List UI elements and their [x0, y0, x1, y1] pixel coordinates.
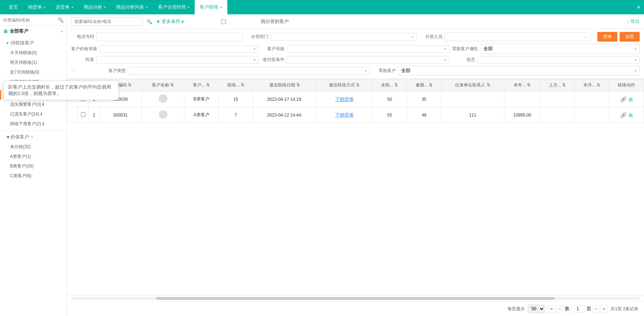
- sidebar-item-declining[interactable]: 持续下滑客户(2) ℹ: [0, 119, 66, 129]
- sidebar-item-7days[interactable]: 近7天待联络(0): [0, 67, 66, 77]
- filter-dots-field: ···: [71, 67, 100, 74]
- sidebar-item-classA[interactable]: A类客户(1): [0, 152, 66, 161]
- more-conditions-btn[interactable]: ▼ 更多条件 ▾: [156, 18, 184, 25]
- nav-close-customer-mgmt[interactable]: ×: [187, 5, 190, 9]
- nav-item-home[interactable]: 首页: [4, 0, 23, 14]
- avatar-2: [159, 110, 167, 119]
- arrow-icon-2: ▼: [6, 135, 10, 140]
- cell-overdue-2: 48: [407, 107, 441, 123]
- sidebar-item-ungroup[interactable]: 未分组(32): [0, 142, 66, 152]
- export-button[interactable]: ↑ 导出: [627, 18, 640, 25]
- sidebar-search-input[interactable]: [3, 18, 58, 23]
- col-header-contact-person[interactable]: 往来单位联系人 ⇅: [441, 79, 504, 91]
- cell-idx-2: 2: [89, 107, 99, 123]
- last-method-link-2[interactable]: 下销货单: [335, 112, 354, 118]
- retail-customer-select[interactable]: 全部 ▾: [398, 66, 640, 76]
- filter-customer-type: 客户类型 ▾: [103, 67, 370, 75]
- last-method-link-1[interactable]: 下销货单: [335, 96, 354, 102]
- first-page-btn[interactable]: «: [548, 305, 555, 312]
- table-area: ⚙ 客户编码 ⇅ 客户名称 ⇅ 客户... ⇅ 联络... ⇅ 最后联络日期 ⇅…: [67, 79, 644, 295]
- sidebar-value-title[interactable]: ▼ 价值客户 ✎: [0, 132, 66, 142]
- cell-last-month-2: [540, 107, 575, 123]
- cell-last-date-2: 2023-04-12 14:44:: [253, 107, 316, 123]
- col-header-uncontacted[interactable]: 未联... ⇅: [372, 79, 407, 91]
- nav-item-analysis-list[interactable]: 商品分析列表 ×: [111, 0, 153, 14]
- next-page-btn[interactable]: ›: [593, 305, 599, 312]
- search-button[interactable]: 🔍: [147, 19, 152, 24]
- retail-attr-select[interactable]: 全部 ▾: [480, 44, 640, 54]
- cell-this-year-2: 10995.00: [504, 107, 540, 123]
- edit-icon[interactable]: ✎: [31, 135, 34, 140]
- scrollbar-thumb[interactable]: [156, 297, 554, 300]
- retail-customer-label: 零散客户: [373, 68, 398, 74]
- nav-close-analysis-list[interactable]: ×: [145, 5, 148, 9]
- col-header-overdue[interactable]: 逾期... ⇅: [407, 79, 441, 91]
- last-page-btn[interactable]: »: [601, 305, 608, 312]
- col-header-this-year[interactable]: 本年... ⇅: [504, 79, 540, 91]
- filter-btns: 查询 设置: [594, 32, 640, 42]
- filter-payment: 收付款条件 ▾: [261, 56, 449, 63]
- nav-item-customer-mgmt[interactable]: 客户分层经营 ×: [153, 0, 195, 14]
- col-header-type[interactable]: 客户... ⇅: [184, 79, 219, 91]
- payment-arrow-icon: ▾: [444, 58, 446, 62]
- settings-button[interactable]: 设置: [620, 32, 640, 42]
- person-select[interactable]: ···: [445, 32, 591, 41]
- customer-type-select[interactable]: ▾: [128, 67, 370, 75]
- nature-select[interactable]: ▾: [96, 56, 259, 63]
- sidebar-item-today[interactable]: 今天待联络(0): [0, 48, 66, 58]
- action-link-icon-2[interactable]: 🔗: [620, 112, 626, 118]
- sidebar-search-icon[interactable]: 🔍: [58, 17, 64, 23]
- sidebar-item-churn-warn[interactable]: 流失预警客户(3) ℹ: [0, 100, 66, 109]
- action-link-icon-1[interactable]: 🔗: [620, 96, 626, 102]
- nav-item-customer-contact[interactable]: 客户联络 ×: [195, 0, 227, 14]
- col-header-last-method[interactable]: 最后联络方式 ⇅: [316, 79, 372, 91]
- nav-item-purchase[interactable]: 进货单 ×: [51, 0, 78, 14]
- cell-last-method-2[interactable]: 下销货单: [316, 107, 372, 123]
- price-level-select[interactable]: ▾: [99, 45, 259, 53]
- dept-select[interactable]: ▾: [270, 33, 417, 41]
- sidebar-item-tomorrow[interactable]: 明天待联络(1): [0, 58, 66, 67]
- sidebar-item-classC[interactable]: C类客户(6): [0, 171, 66, 181]
- horizontal-scrollbar[interactable]: [67, 295, 644, 301]
- top-nav: 首页 销货单 × 进货单 × 商品分析 × 商品分析列表 × 客户分层经营 × …: [0, 0, 644, 14]
- sidebar-collapse-btn[interactable]: »: [61, 29, 63, 33]
- cell-check-2[interactable]: [78, 107, 89, 123]
- query-button[interactable]: 查询: [597, 32, 617, 42]
- row-checkbox-2[interactable]: [81, 112, 85, 117]
- sidebar-pending-title[interactable]: ▼ 待联络客户: [0, 38, 66, 48]
- sidebar-item-churned[interactable]: 已流失客户(24) ℹ: [0, 109, 66, 119]
- my-customers-checkbox[interactable]: [187, 19, 259, 24]
- customer-level-select[interactable]: ▾: [287, 45, 449, 53]
- retail-attr-arrow-icon: ▾: [635, 47, 636, 51]
- cell-name-1: [142, 91, 184, 107]
- prev-page-btn[interactable]: ‹: [557, 305, 563, 312]
- nav-close-customer-contact[interactable]: ×: [220, 5, 222, 9]
- nav-item-analysis[interactable]: 商品分析 ×: [79, 0, 111, 14]
- retail-attr-label: 零散客户属性: [452, 46, 480, 52]
- nav-close-purchase[interactable]: ×: [71, 5, 73, 9]
- col-header-contact[interactable]: 联络... ⇅: [218, 79, 253, 91]
- nav-close-analysis[interactable]: ×: [104, 5, 106, 9]
- col-header-this-month[interactable]: 本月... ⇅: [575, 79, 609, 91]
- payment-select[interactable]: ▾: [287, 56, 449, 63]
- action-qr-icon-1[interactable]: ⊞: [629, 96, 633, 102]
- nav-close-sales[interactable]: ×: [43, 5, 46, 9]
- sidebar-item-classB[interactable]: B类客户(33): [0, 161, 66, 171]
- cell-last-method-1[interactable]: 下销货单: [316, 91, 372, 107]
- close-all-button[interactable]: ×: [636, 4, 640, 11]
- more-dots-icon[interactable]: ···: [71, 67, 76, 74]
- search-input[interactable]: [71, 17, 143, 26]
- grid-icon: ⊞: [4, 29, 8, 34]
- my-customers-checkbox-label[interactable]: 我分管的客户: [187, 18, 289, 25]
- cell-last-month-1: [540, 91, 575, 107]
- nav-item-sales[interactable]: 销货单 ×: [23, 0, 51, 14]
- per-page-select[interactable]: 50: [528, 305, 545, 313]
- scrollbar-track: [71, 297, 640, 300]
- action-qr-icon-2[interactable]: ⊞: [629, 112, 633, 118]
- col-header-last-date[interactable]: 最后联络日期 ⇅: [253, 79, 316, 91]
- col-header-name[interactable]: 客户名称 ⇅: [142, 79, 184, 91]
- status-select[interactable]: ▾: [477, 56, 640, 63]
- phone-input[interactable]: [96, 33, 242, 41]
- page-input[interactable]: [571, 305, 585, 312]
- col-header-last-month[interactable]: 上月... ⇅: [540, 79, 575, 91]
